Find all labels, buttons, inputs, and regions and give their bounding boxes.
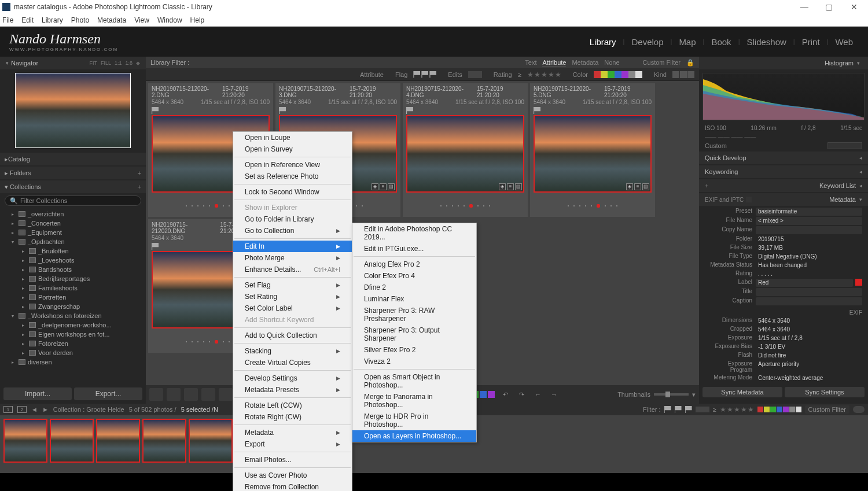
- rating-stars[interactable]: ★★★★★: [527, 71, 561, 79]
- collection-item[interactable]: _Workshops en fotoreizen: [0, 311, 146, 320]
- filmstrip-thumb[interactable]: [142, 419, 186, 463]
- fs-filter-toggle-icon[interactable]: [853, 406, 865, 413]
- menu-item[interactable]: Go to Collection▶: [233, 225, 352, 237]
- module-web[interactable]: Web: [829, 37, 859, 47]
- forward-icon[interactable]: ►: [42, 406, 49, 413]
- grid-view-icon[interactable]: [149, 388, 163, 401]
- folders-header[interactable]: ▸ Folders+: [0, 167, 146, 179]
- submenu-item[interactable]: Silver Efex Pro 2: [352, 344, 476, 356]
- collection-item[interactable]: _Opdrachten: [0, 237, 146, 246]
- menu-item[interactable]: Remove from Collection: [233, 481, 352, 491]
- menu-item[interactable]: Open in Loupe: [233, 132, 352, 143]
- menu-item[interactable]: Set Color Label▶: [233, 302, 352, 314]
- submenu-item[interactable]: Sharpener Pro 3: RAW Presharpener: [352, 305, 476, 324]
- menu-item[interactable]: Go to Folder in Library: [233, 213, 352, 225]
- collection-item[interactable]: Bedrijfsreportages: [0, 274, 146, 283]
- filmstrip-thumb[interactable]: [189, 419, 233, 463]
- submenu-item[interactable]: Edit in Adobe Photoshop CC 2019...: [352, 223, 476, 243]
- nav-zoom-fit[interactable]: FIT: [89, 60, 97, 66]
- filmstrip-thumb[interactable]: [50, 419, 94, 463]
- menu-item[interactable]: Metadata▶: [233, 427, 352, 438]
- submenu-item[interactable]: Merge to HDR Pro in Photoshop...: [352, 411, 476, 430]
- rotate-left-icon[interactable]: ↶: [501, 389, 511, 400]
- quick-develop-header[interactable]: Quick Develop: [705, 154, 746, 161]
- fs-flag-icon[interactable]: [664, 406, 671, 413]
- menu-item[interactable]: Edit In▶: [233, 241, 352, 252]
- collection-item[interactable]: Bandshoots: [0, 265, 146, 274]
- sync-metadata-button[interactable]: Sync Metadata: [703, 387, 782, 397]
- maximize-icon[interactable]: ▢: [818, 2, 841, 12]
- menu-item[interactable]: Rotate Left (CCW): [233, 400, 352, 411]
- minimize-icon[interactable]: —: [793, 2, 816, 12]
- submenu-item[interactable]: Open as Layers in Photoshop...: [352, 430, 476, 442]
- metadata-set-dropdown[interactable]: EXIF and IPTC: [705, 197, 744, 203]
- menu-item[interactable]: Email Photos...: [233, 454, 352, 466]
- collection-item[interactable]: Fotoreizen: [0, 339, 146, 348]
- custom-filter-dropdown[interactable]: Custom Filter: [643, 59, 681, 66]
- collection-item[interactable]: _Loveshoots: [0, 256, 146, 265]
- collection-item[interactable]: diversen: [0, 357, 146, 367]
- navigator-header[interactable]: ▾Navigator FITFILL1:11:8◆: [0, 57, 146, 69]
- collection-item[interactable]: Zwangerschap: [0, 302, 146, 311]
- menu-item[interactable]: Create Virtual Copies: [233, 357, 352, 368]
- collection-item[interactable]: Familieshoots: [0, 283, 146, 293]
- keyword-list-header[interactable]: Keyword List: [819, 182, 856, 189]
- menu-help[interactable]: Help: [190, 16, 205, 24]
- menu-item[interactable]: Rotate Right (CW): [233, 411, 352, 423]
- catalog-header[interactable]: ▸ Catalog: [0, 153, 146, 165]
- loupe-view-icon[interactable]: [167, 388, 181, 401]
- filter-collections-input[interactable]: 🔍Filter Collections: [5, 195, 141, 206]
- grid-cell[interactable]: NH20190715-212020-4.DNG15-7-2019 21:20:2…: [403, 83, 528, 217]
- export-button[interactable]: Export...: [74, 387, 142, 400]
- menu-item[interactable]: Add Shortcut Keyword: [233, 314, 352, 326]
- submenu-item[interactable]: Viveza 2: [352, 356, 476, 367]
- submenu-item[interactable]: Sharpener Pro 3: Output Sharpener: [352, 324, 476, 344]
- filter-tab-none[interactable]: None: [604, 59, 619, 66]
- breadcrumb[interactable]: Collection : Groote Heide: [53, 406, 124, 413]
- menu-item[interactable]: Open in Survey: [233, 143, 352, 155]
- flag-pick-icon[interactable]: [413, 71, 420, 78]
- menu-item[interactable]: Add to Quick Collection: [233, 330, 352, 341]
- menu-item[interactable]: Metadata Presets▶: [233, 384, 352, 396]
- add-keyword-icon[interactable]: +: [705, 182, 708, 189]
- menu-item[interactable]: Enhance Details...Ctrl+Alt+I: [233, 264, 352, 275]
- submenu-item[interactable]: Color Efex Pro 4: [352, 270, 476, 282]
- keywording-header[interactable]: Keywording: [705, 168, 738, 175]
- fs-custom-filter[interactable]: Custom Filter: [805, 405, 849, 414]
- quick-develop-preset[interactable]: Custom: [705, 142, 727, 149]
- menu-item[interactable]: Photo Merge▶: [233, 252, 352, 264]
- collections-header[interactable]: ▾ Collections+: [0, 180, 146, 193]
- submenu-item[interactable]: Luminar Flex: [352, 293, 476, 305]
- nav-zoom-1:8[interactable]: 1:8: [125, 60, 133, 66]
- next-icon[interactable]: →: [549, 389, 560, 400]
- menu-metadata[interactable]: Metadata: [97, 16, 126, 24]
- menu-file[interactable]: File: [2, 16, 13, 24]
- submenu-item[interactable]: Edit in PTGui.exe...: [352, 243, 476, 254]
- nav-zoom-fill[interactable]: FILL: [101, 60, 111, 66]
- edits-icon[interactable]: [468, 71, 482, 78]
- grid-cell[interactable]: NH20190715-212020-5.DNG15-7-2019 21:20:2…: [530, 83, 655, 217]
- menu-library[interactable]: Library: [42, 16, 63, 24]
- menu-edit[interactable]: Edit: [21, 16, 34, 24]
- back-icon[interactable]: ◄: [31, 406, 38, 413]
- collection-item[interactable]: _Concerten: [0, 219, 146, 228]
- people-view-icon[interactable]: [219, 388, 233, 401]
- navigator-thumbnail[interactable]: [15, 73, 131, 148]
- submenu-item[interactable]: Open as Smart Object in Photoshop...: [352, 371, 476, 391]
- compare-view-icon[interactable]: [184, 388, 198, 401]
- collection-item[interactable]: Eigen workshops en fot...: [0, 330, 146, 339]
- thumbnail-size-slider[interactable]: [654, 393, 689, 396]
- nav-zoom-1:1[interactable]: 1:1: [115, 60, 122, 66]
- color-swatches[interactable]: [594, 71, 642, 78]
- module-develop[interactable]: Develop: [626, 37, 669, 47]
- primary-monitor-icon[interactable]: 1: [3, 406, 13, 413]
- collection-item[interactable]: _overzichten: [0, 209, 146, 219]
- collection-item[interactable]: Portretten: [0, 293, 146, 302]
- menu-item[interactable]: Stacking▶: [233, 345, 352, 357]
- module-print[interactable]: Print: [796, 37, 826, 47]
- submenu-item[interactable]: Analog Efex Pro 2: [352, 259, 476, 270]
- module-book[interactable]: Book: [705, 37, 737, 47]
- flag-reject-icon[interactable]: [429, 71, 436, 78]
- filter-tab-text[interactable]: Text: [525, 59, 536, 66]
- submenu-item[interactable]: Merge to Panorama in Photoshop...: [352, 391, 476, 411]
